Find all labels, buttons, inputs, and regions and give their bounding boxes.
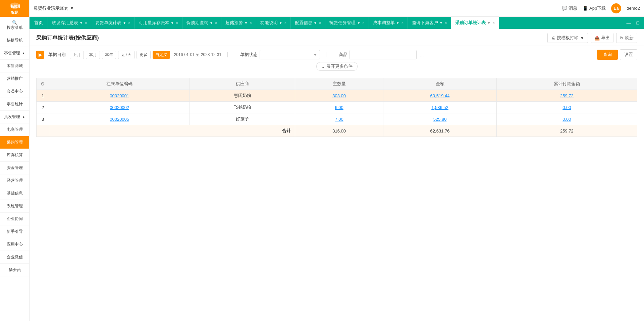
avatar[interactable]: Ea <box>611 3 621 13</box>
row-qty-1[interactable]: 303.00 <box>295 90 383 102</box>
status-filter-label: 单据状态 <box>240 52 258 58</box>
date-custom-button[interactable]: 自定义 <box>153 51 170 59</box>
sidebar-label-marketing: 营销推广 <box>7 76 23 81</box>
maximize-button[interactable]: □ <box>635 19 641 26</box>
refresh-button[interactable]: ↻ 刷新 <box>616 33 637 43</box>
row-code-1[interactable]: 00020001 <box>49 90 190 102</box>
column-settings-icon[interactable]: ⚙ <box>41 81 45 87</box>
sidebar-item-system[interactable]: 系统管理 <box>0 200 29 213</box>
sidebar-item-vip[interactable]: 畅会员 <box>0 264 29 276</box>
logo[interactable]: 畅捷通 标题 <box>0 0 29 17</box>
status-filter-select[interactable] <box>260 50 320 59</box>
row-paid-1[interactable]: 259.72 <box>496 90 637 102</box>
this-year-label: 本年 <box>105 52 113 57</box>
row-paid-3[interactable]: 0.00 <box>496 113 637 125</box>
export-button[interactable]: 📤 导出 <box>591 33 613 43</box>
close-tab-purchase-stats[interactable]: × <box>492 21 494 25</box>
row-qty-2[interactable]: 6.00 <box>295 102 383 113</box>
tab-home[interactable]: 首页 <box>30 17 48 29</box>
row-code-2[interactable]: 00020002 <box>49 102 190 113</box>
close-tab-shelf-life[interactable]: × <box>215 21 217 25</box>
row-amount-2[interactable]: 1,586.52 <box>383 102 496 113</box>
table-row[interactable]: 2 00020002 飞鹤奶粉 6.00 1,586.52 0.00 <box>37 102 637 113</box>
sidebar-item-newbie[interactable]: 新手引导 <box>0 225 29 238</box>
sidebar-item-enterprise[interactable]: 企业协同 <box>0 213 29 225</box>
chevron-down-icon-tab5: ▼ <box>279 21 282 25</box>
row-supplier-3: 好孩子 <box>190 113 295 125</box>
sidebar-item-finance[interactable]: 资金管理 <box>0 162 29 174</box>
table-row[interactable]: 3 00020005 好孩子 7.00 525.80 0.00 <box>37 113 637 125</box>
sidebar-item-search-menu[interactable]: 🔍 搜索菜单 <box>0 17 29 34</box>
tab-purchase-stats[interactable]: 采购订单统计表 ▼ × <box>451 17 499 29</box>
row-supplier-1: 惠氏奶粉 <box>190 90 295 102</box>
sidebar-item-marketing[interactable]: 营销推广 <box>0 72 29 85</box>
sidebar-item-purchase[interactable]: 采购管理 <box>0 136 29 149</box>
goods-filter-input[interactable] <box>350 50 417 59</box>
sidebar-item-basic-info[interactable]: 基础信息 <box>0 187 29 200</box>
sidebar-item-quick-nav[interactable]: 快捷导航 <box>0 34 29 47</box>
more-filter-button[interactable]: ... <box>420 52 424 57</box>
chevron-down-icon-tab4: ▼ <box>244 21 248 25</box>
nav-tabs: 首页 收发存汇总表 ▼ × 要货单统计表 ▼ × 可用量库存账本 ▼ × 保质期… <box>30 17 644 29</box>
sidebar-item-member[interactable]: 会员中心 <box>0 85 29 98</box>
search-button[interactable]: 查询 <box>597 50 618 60</box>
close-tab-invite-downstream[interactable]: × <box>445 21 447 25</box>
tab-collect-pay[interactable]: 收发存汇总表 ▼ × <box>48 17 91 29</box>
row-amount-3[interactable]: 525.80 <box>383 113 496 125</box>
tab-invite-downstream[interactable]: 邀请下游客户 ▼ × <box>408 17 451 29</box>
message-button[interactable]: 💬 消息 <box>562 5 577 11</box>
message-label: 消息 <box>569 5 577 11</box>
tab-functions-label: 功能说明 <box>260 20 278 26</box>
page-header: 采购订单统计表(按供应商) 🖨 按模板打印 ▼ 📤 导出 ↻ 刷新 <box>30 29 644 46</box>
sidebar-label-basic-info: 基础信息 <box>7 191 23 196</box>
sidebar-item-ecommerce[interactable]: 电商管理 <box>0 123 29 136</box>
close-tab-collect-pay[interactable]: × <box>85 21 87 25</box>
expand-filter-button[interactable]: ⌄ 展开更多条件 <box>316 62 358 71</box>
sidebar-item-corp-wechat[interactable]: 企业微信 <box>0 251 29 264</box>
date-btn-this-year[interactable]: 本年 <box>102 51 116 59</box>
chevron-down-icon-tab1: ▼ <box>123 21 126 25</box>
table-header-row: ⚙ 往来单位编码 供应商 主数量 金额 累计付款金额 <box>37 78 637 90</box>
table-row[interactable]: 1 00020001 惠氏奶粉 303.00 60,519.44 259.72 <box>37 90 637 102</box>
row-qty-3[interactable]: 7.00 <box>295 113 383 125</box>
username[interactable]: demo2 <box>627 6 640 11</box>
close-tab-picking-task[interactable]: × <box>362 21 364 25</box>
close-tab-requisition[interactable]: × <box>128 21 130 25</box>
tab-available-stock[interactable]: 可用量库存账本 ▼ × <box>135 17 182 29</box>
date-btn-last-month[interactable]: 上月 <box>70 51 84 59</box>
close-tab-overstock[interactable]: × <box>250 21 252 25</box>
sidebar-item-retail-stats[interactable]: 零售统计 <box>0 98 29 111</box>
sidebar-item-inventory[interactable]: 库存核算 <box>0 149 29 162</box>
filter-toggle-button[interactable]: ▶ <box>36 51 44 59</box>
sidebar-item-wholesale[interactable]: 批发管理 ▲ <box>0 111 29 123</box>
tab-overstock[interactable]: 超储预警 ▼ × <box>221 17 256 29</box>
row-paid-2[interactable]: 0.00 <box>496 102 637 113</box>
filter-settings-button[interactable]: 设置 <box>620 49 637 60</box>
tab-config[interactable]: 配置信息 ▼ × <box>291 17 325 29</box>
date-btn-7days[interactable]: 近7天 <box>118 51 135 59</box>
tab-requisition[interactable]: 要货单统计表 ▼ × <box>91 17 135 29</box>
date-range-display: 2016-01-01 至 2023-12-31 <box>174 52 221 58</box>
sidebar-item-retail-shop[interactable]: 零售商城 <box>0 60 29 72</box>
minimize-button[interactable]: — <box>625 19 633 26</box>
date-btn-more[interactable]: 更多 <box>137 51 151 59</box>
row-amount-1[interactable]: 60,519.44 <box>383 90 496 102</box>
app-download-button[interactable]: 📱 App下载 <box>583 5 606 11</box>
tab-picking-task[interactable]: 拣货任务管理 ▼ × <box>325 17 369 29</box>
sidebar-item-app-center[interactable]: 应用中心 <box>0 238 29 251</box>
table-container: ⚙ 往来单位编码 供应商 主数量 金额 累计付款金额 1 00020001 <box>30 78 644 137</box>
print-button[interactable]: 🖨 按模板打印 ▼ <box>547 33 588 43</box>
date-btn-this-month[interactable]: 本月 <box>86 51 100 59</box>
row-code-3[interactable]: 00020005 <box>49 113 190 125</box>
tab-window-controls: — □ <box>625 19 644 26</box>
close-tab-cost-adjust[interactable]: × <box>401 21 404 25</box>
workspace-selector[interactable]: 母婴行业演示账套 ▼ <box>34 5 74 11</box>
sidebar-item-operations[interactable]: 经营管理 <box>0 174 29 187</box>
tab-functions[interactable]: 功能说明 ▼ × <box>256 17 291 29</box>
close-tab-available-stock[interactable]: × <box>176 21 178 25</box>
tab-shelf-life[interactable]: 保质期查询 ▼ × <box>182 17 221 29</box>
sidebar-item-retail[interactable]: 零售管理 ▲ <box>0 47 29 60</box>
close-tab-functions[interactable]: × <box>284 21 286 25</box>
tab-cost-adjust[interactable]: 成本调整单 ▼ × <box>369 17 408 29</box>
close-tab-config[interactable]: × <box>319 21 321 25</box>
